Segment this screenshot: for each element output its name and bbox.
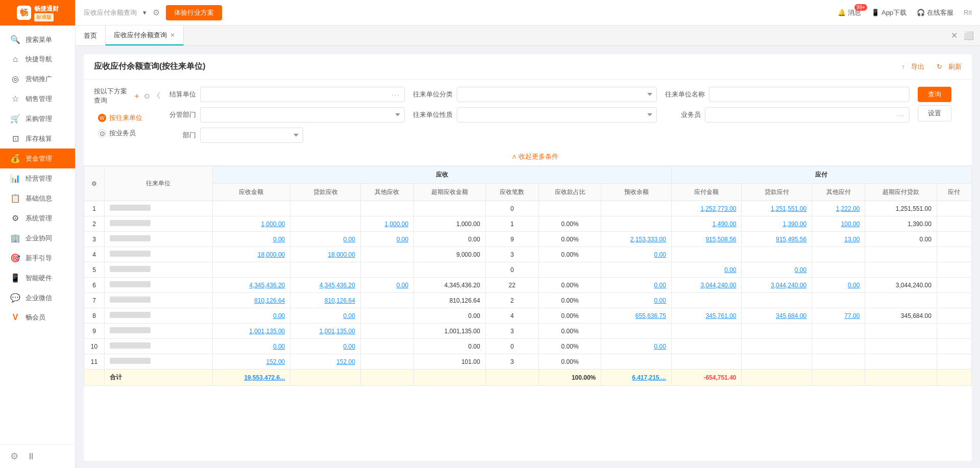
- sidebar-item-system[interactable]: ⚙ 系统管理: [0, 208, 75, 228]
- prepay-balance-header: 预收余额: [601, 184, 672, 201]
- partner-name: [105, 293, 213, 308]
- partner-name-input[interactable]: [709, 87, 910, 102]
- partner-name: [105, 339, 213, 354]
- total-settings: [84, 370, 105, 386]
- inventory-icon: ⊡: [10, 134, 20, 143]
- sidebar-item-marketing[interactable]: ◎ 营销推广: [0, 69, 75, 89]
- partner-nature-select[interactable]: [457, 107, 657, 122]
- sidebar-item-guide[interactable]: 🎯 新手引导: [0, 248, 75, 268]
- page-container: 应收应付余额查询(按往来单位) ↑ 导出 ↻ 刷新 按以下方案查询 ＋ ⊙ 《 …: [84, 54, 972, 461]
- tab-close-all-icon[interactable]: ✕: [951, 31, 958, 40]
- settings-icon[interactable]: ⚙: [10, 451, 18, 462]
- partner-name: [105, 278, 213, 293]
- query-buttons: 查询 设置: [918, 87, 962, 165]
- scheme-by-salesman[interactable]: ⊙ 按业务员: [94, 126, 160, 141]
- logo-icon: 畅: [17, 6, 31, 20]
- collapse-icon[interactable]: ⏸: [27, 451, 36, 462]
- page-actions: ↑ 导出 ↻ 刷新: [902, 62, 962, 71]
- support-icon: 🎧: [917, 9, 925, 16]
- filter-salesman: 业务员 ···: [665, 107, 910, 122]
- table-container: ⚙ 往来单位 应收 应付 应收金额 贷款应收 其他应收 超期应收金额 应收笔数: [84, 166, 972, 386]
- table-row: 80.000.000.0040.00%655,636.75345,761.003…: [84, 308, 972, 324]
- partner-name: [105, 232, 213, 247]
- online-support[interactable]: 🎧 在线客服: [917, 8, 953, 17]
- settlement-unit-input[interactable]: ···: [200, 87, 405, 102]
- trial-button[interactable]: 体验行业方案: [166, 5, 222, 20]
- basic-icon: 📋: [10, 193, 20, 203]
- partner-col-header: 往来单位: [105, 166, 213, 201]
- recv-count-header: 应收笔数: [485, 184, 538, 201]
- user-info[interactable]: Rit: [964, 9, 972, 16]
- tab-home[interactable]: 首页: [76, 26, 106, 45]
- export-icon: ↑: [902, 63, 905, 70]
- partner-name: [105, 354, 213, 370]
- total-pay-col: [937, 370, 971, 386]
- partner-name: [105, 216, 213, 232]
- add-scheme-icon[interactable]: ＋: [133, 91, 141, 102]
- scheme-by-unit[interactable]: W 按往来单位: [94, 110, 160, 126]
- salesman-dots-icon: ···: [896, 111, 905, 119]
- pay-amount-header: 应付金额: [671, 184, 742, 201]
- total-recv-amount: 19,553,472.6...: [212, 370, 290, 386]
- partner-name-label: 往来单位名称: [665, 90, 705, 99]
- dept-manager-select[interactable]: [200, 107, 405, 122]
- sidebar-item-member[interactable]: V 畅会员: [0, 308, 75, 327]
- recv-overdue-header: 超期应收金额: [414, 184, 486, 201]
- sidebar-item-purchase[interactable]: 🛒 采购管理: [0, 109, 75, 129]
- settings-button[interactable]: 设置: [918, 105, 951, 121]
- sidebar-item-wechat[interactable]: 💬 企业微信: [0, 288, 75, 308]
- query-button[interactable]: 查询: [918, 87, 951, 102]
- system-icon: ⚙: [10, 213, 20, 223]
- table-row: 100.000.000.0000.00%0.00: [84, 339, 972, 354]
- tab-maximize-icon[interactable]: ⬜: [964, 31, 974, 40]
- sidebar-item-operation[interactable]: 📊 经营管理: [0, 168, 75, 188]
- sidebar-item-search[interactable]: 🔍 搜索菜单: [0, 30, 75, 50]
- bell-icon: 🔔: [838, 9, 846, 16]
- collapse-bar[interactable]: ∧ 收起更多条件: [160, 148, 910, 165]
- sidebar-item-sales[interactable]: ☆ 销售管理: [0, 89, 75, 109]
- app-download[interactable]: 📱 App下载: [871, 8, 906, 17]
- logo-tag: 标准版: [34, 13, 54, 21]
- export-button[interactable]: 导出: [911, 62, 924, 71]
- dots-icon: ···: [391, 91, 400, 98]
- sidebar-item-hardware[interactable]: 📱 智能硬件: [0, 268, 75, 288]
- salesman-input[interactable]: ···: [705, 107, 910, 122]
- logo: 畅 畅捷通财 标准版: [0, 0, 75, 26]
- home-tab-label: 首页: [84, 31, 97, 40]
- collapse-scheme-icon[interactable]: 《: [153, 91, 160, 101]
- refresh-button[interactable]: 刷新: [948, 62, 962, 71]
- partner-name: [105, 308, 213, 324]
- sidebar-item-label: 新手引导: [26, 254, 52, 263]
- hardware-icon: 📱: [10, 273, 20, 283]
- tab-close-icon[interactable]: ✕: [170, 32, 175, 39]
- edit-scheme-icon[interactable]: ⊙: [144, 92, 150, 100]
- tab-query[interactable]: 应收应付余额查询 ✕: [106, 26, 184, 45]
- partner-category-select[interactable]: [457, 87, 657, 102]
- header-settings-icon[interactable]: ⚙: [153, 8, 160, 17]
- recv-other-header: 其他应收: [360, 184, 413, 201]
- recv-ratio-header: 应收款占比: [538, 184, 601, 201]
- sidebar-item-label: 畅会员: [26, 313, 45, 322]
- header-dropdown[interactable]: ▾: [143, 9, 146, 16]
- dept-select[interactable]: [200, 128, 303, 143]
- filter-partner-nature: 往来单位性质: [413, 107, 657, 122]
- pay-loan-header: 贷款应付: [742, 184, 812, 201]
- settlement-unit-label: 结算单位: [160, 90, 196, 99]
- table-settings-icon[interactable]: ⚙: [91, 180, 97, 187]
- table-row: 21,000.001,000.001,000.0010.00%1,490.001…: [84, 216, 972, 232]
- notification-badge[interactable]: 🔔 消息 99+: [838, 8, 861, 17]
- table-row: 7810,126.64810,126.64810,126.6420.00%0.0…: [84, 293, 972, 308]
- sidebar-item-basic[interactable]: 📋 基础信息: [0, 188, 75, 208]
- filter-area: 按以下方案查询 ＋ ⊙ 《 W 按往来单位 ⊙ 按业务员: [84, 80, 972, 166]
- sidebar-item-inventory[interactable]: ⊡ 库存核算: [0, 129, 75, 149]
- scheme-dot-salesman: ⊙: [98, 129, 106, 137]
- sidebar-item-enterprise[interactable]: 🏢 企业协同: [0, 228, 75, 248]
- search-icon: 🔍: [10, 35, 20, 44]
- table-group-header-row: ⚙ 往来单位 应收 应付: [84, 166, 972, 184]
- settings-col-header: ⚙: [84, 166, 105, 201]
- sidebar-item-quick[interactable]: ⌂ 快捷导航: [0, 50, 75, 69]
- filter-dept: 部门: [160, 128, 303, 143]
- sidebar-item-capital[interactable]: 💰 资金管理: [0, 149, 75, 168]
- sidebar-item-label: 库存核算: [26, 134, 52, 143]
- header-right: 🔔 消息 99+ 📱 App下载 🎧 在线客服 Rit: [838, 8, 972, 17]
